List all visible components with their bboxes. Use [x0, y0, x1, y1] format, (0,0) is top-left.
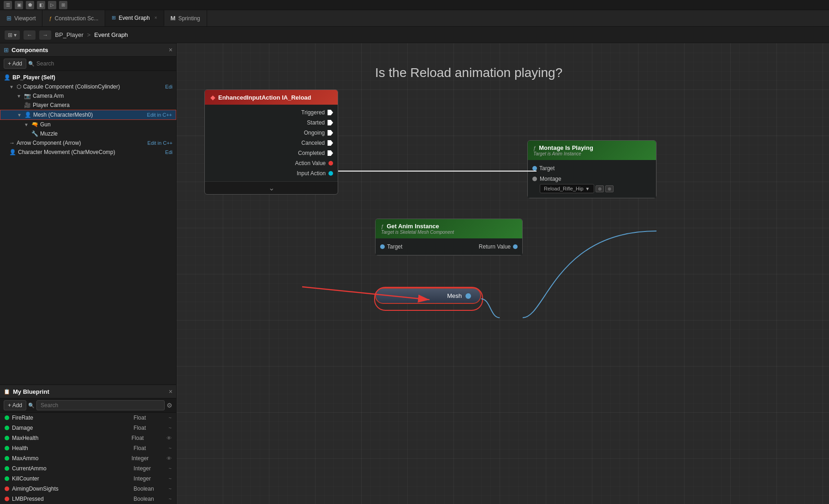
tab-event-graph-label: Event Graph — [119, 15, 149, 21]
var-firerate-type: Float — [134, 415, 166, 421]
char-move-edit[interactable]: Edi — [165, 149, 173, 155]
pin-input-action-dot — [328, 171, 333, 176]
pin-started: Started — [205, 118, 338, 128]
var-ads-type: Boolean — [134, 486, 166, 492]
my-blueprint-close-btn[interactable]: × — [169, 388, 173, 395]
tree-item-char-move[interactable]: 👤 Character Movement (CharMoveComp) Edi — [0, 148, 176, 157]
func-icon: ƒ — [381, 224, 384, 229]
tree-item-arrow[interactable]: → Arrow Component (Arrow) Edit in C++ — [0, 138, 176, 148]
mesh-button[interactable]: Mesh — [375, 288, 481, 304]
montage-value: Reload_Rifle_Hip — [544, 186, 584, 191]
pin-triggered-exec — [328, 110, 333, 115]
var-currentammo[interactable]: CurrentAmmo Integer ~ — [0, 463, 176, 474]
var-maxhealth[interactable]: MaxHealth Float 👁 — [0, 433, 176, 443]
montage-dropdown[interactable]: ▼ — [585, 186, 590, 191]
node-get-anim[interactable]: ƒ Get Anim Instance Target is Skeletal M… — [375, 219, 523, 255]
var-ads-eye[interactable]: ~ — [169, 486, 172, 492]
tab-event-graph[interactable]: ⊞ Event Graph × — [105, 10, 164, 26]
tree-item-gun[interactable]: ▼ 🔫 Gun — [0, 120, 176, 129]
components-search-input[interactable] — [36, 60, 173, 67]
montage-btn2[interactable]: ⊗ — [605, 185, 614, 192]
node-montage-title: Montage Is Playing — [539, 144, 593, 151]
components-add-btn[interactable]: + Add — [4, 59, 26, 69]
var-health[interactable]: Health Float ~ — [0, 443, 176, 453]
main-layout: ⊞ Components × + Add 🔍 👤 BP_Player (Self… — [0, 43, 829, 504]
ue-icon[interactable]: ▣ — [15, 1, 23, 9]
montage-btns: ⊕ ⊗ — [596, 185, 614, 192]
pin-canceled: Canceled — [205, 138, 338, 148]
var-currentammo-name: CurrentAmmo — [12, 465, 131, 472]
pin-triggered: Triggered — [205, 107, 338, 118]
pin-action-value-label: Action Value — [295, 160, 326, 166]
tree-item-camera-arm[interactable]: ▼ 📷 Camera Arm — [0, 91, 176, 101]
var-currentammo-eye[interactable]: ~ — [169, 466, 172, 471]
mesh-icon: 👤 — [24, 112, 31, 118]
back-btn[interactable]: ← — [24, 30, 36, 40]
arrow-edit[interactable]: Edit in C++ — [148, 140, 173, 146]
grid-icon[interactable]: ⊞ — [59, 1, 67, 9]
tool-icon2[interactable]: ◧ — [37, 1, 45, 9]
graph-canvas[interactable]: Is the Reload animation playing? ◆ Enhan… — [177, 43, 829, 504]
menu-icon[interactable]: ☰ — [4, 1, 12, 9]
bp-add-btn[interactable]: + Add — [4, 400, 26, 410]
node-enhanced-input[interactable]: ◆ EnhancedInputAction IA_Reload Triggere… — [204, 89, 338, 195]
tree-item-mesh[interactable]: ▼ 👤 Mesh (CharacterMesh0) Edit in C++ — [0, 110, 176, 120]
var-currentammo-type: Integer — [134, 465, 166, 472]
bp-gear-btn[interactable]: ⚙ — [167, 402, 173, 409]
tab-viewport[interactable]: ⊞ Viewport — [0, 10, 42, 26]
tool-icon1[interactable]: ⬟ — [26, 1, 34, 9]
node-mesh[interactable]: Mesh — [375, 288, 481, 304]
pin-action-value: Action Value — [205, 158, 338, 168]
montage-value-field[interactable]: Reload_Rifle_Hip ▼ — [540, 184, 594, 193]
node-get-anim-header: ƒ Get Anim Instance Target is Skeletal M… — [376, 219, 522, 238]
pin-anim-target-label: Target — [387, 243, 402, 250]
var-damage-type: Float — [134, 425, 166, 431]
montage-btn1[interactable]: ⊕ — [596, 185, 604, 192]
pin-input-action: Input Action — [205, 168, 338, 178]
pin-anim-target-left: Target — [380, 243, 402, 250]
var-lmb-eye[interactable]: ~ — [169, 496, 172, 502]
var-health-eye[interactable]: ~ — [169, 445, 172, 451]
pin-montage-row: Montage Reload_Rifle_Hip ▼ ⊕ ⊗ — [528, 174, 656, 195]
var-killcounter[interactable]: KillCounter Integer ~ — [0, 474, 176, 484]
var-killcounter-name: KillCounter — [12, 475, 131, 482]
components-header: ⊞ Components × — [0, 43, 176, 57]
tree-item-bp-player[interactable]: 👤 BP_Player (Self) — [0, 73, 176, 82]
mesh-label: Mesh (CharacterMesh0) — [33, 112, 145, 118]
var-damage[interactable]: Damage Float ~ — [0, 423, 176, 433]
gun-arrow: ▼ — [24, 122, 29, 127]
bp-search-input[interactable] — [36, 400, 165, 410]
pin-return-value-label: Return Value — [479, 243, 511, 250]
forward-btn[interactable]: → — [39, 30, 51, 40]
var-firerate[interactable]: FireRate Float ~ — [0, 413, 176, 423]
capsule-icon: ⬡ — [17, 83, 21, 90]
tree-item-player-camera[interactable]: 🎥 Player Camera — [0, 101, 176, 110]
top-bar: ☰ ▣ ⬟ ◧ ▷ ⊞ — [0, 0, 829, 10]
tab-sprinting[interactable]: M Sprinting — [164, 10, 207, 26]
var-killcounter-eye[interactable]: ~ — [169, 476, 172, 481]
tab-construction[interactable]: ƒ Construction Sc... — [42, 10, 105, 26]
var-maxammo-eye[interactable]: 👁 — [167, 456, 172, 461]
var-firerate-eye[interactable]: ~ — [169, 415, 172, 421]
node-collapse-btn[interactable]: ⌄ — [205, 181, 338, 194]
mesh-edit[interactable]: Edit in C++ — [147, 112, 172, 118]
var-damage-eye[interactable]: ~ — [169, 425, 172, 431]
main-graph-area[interactable]: Is the Reload animation playing? ◆ Enhan… — [177, 43, 829, 504]
capsule-edit[interactable]: Edi — [165, 84, 173, 89]
tab-event-graph-close[interactable]: × — [155, 15, 157, 20]
play-icon[interactable]: ▷ — [48, 1, 56, 9]
capsule-arrow: ▼ — [9, 84, 14, 89]
var-maxammo[interactable]: MaxAmmo Integer 👁 — [0, 453, 176, 463]
var-lmbpressed[interactable]: LMBPressed Boolean ~ — [0, 494, 176, 504]
tree-item-capsule[interactable]: ▼ ⬡ Capsule Component (CollisionCylinder… — [0, 82, 176, 91]
grid-btn[interactable]: ⊞ ▾ — [5, 30, 20, 40]
node-montage[interactable]: ƒ Montage Is Playing Target is Anim Inst… — [527, 140, 656, 198]
var-aimingdownsights[interactable]: AimingDownSights Boolean ~ — [0, 484, 176, 494]
bp-player-label: BP_Player (Self) — [12, 74, 173, 81]
mesh-pin — [465, 293, 471, 299]
pin-return-value-dot — [513, 244, 518, 249]
node-get-anim-body: Target Return Value — [376, 238, 522, 255]
tree-item-muzzle[interactable]: 🔧 Muzzle — [0, 129, 176, 138]
var-maxhealth-eye[interactable]: 👁 — [167, 435, 172, 441]
components-close-btn[interactable]: × — [169, 46, 173, 53]
